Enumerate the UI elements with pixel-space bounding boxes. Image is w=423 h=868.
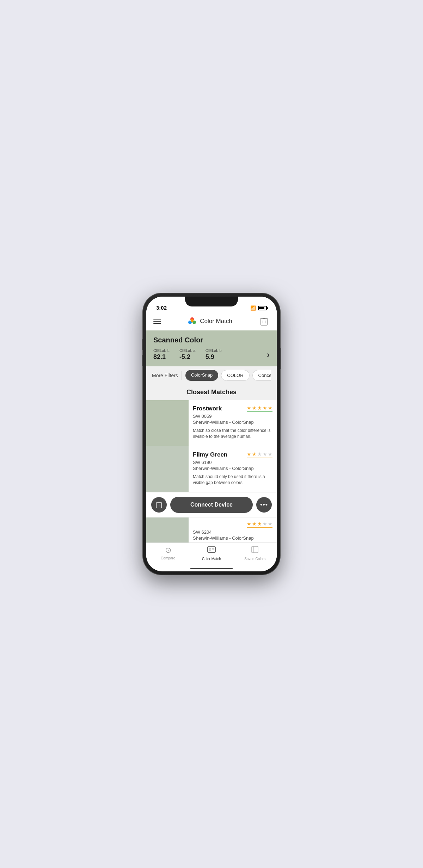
color-desc-frostwork: Match so close that the color difference… (193, 428, 272, 440)
app-header: Color Match (146, 312, 277, 330)
color-swatch-partial (146, 517, 189, 542)
app-title: Color Match (200, 318, 232, 325)
color-matches-list: Frostwork ★ ★ ★ ★ ★ SW 0059 (146, 400, 277, 542)
tab-bar: ⊙ Compare Color Match (146, 542, 277, 568)
card-info-filmy-green: Filmy Green ★ ★ ★ ★ ★ SW 619 (189, 446, 277, 492)
color-brand-frostwork: Sherwin-Williams - ColorSnap (193, 420, 272, 425)
star-2: ★ (252, 405, 257, 411)
connect-overlay: Connect Device ••• (146, 492, 277, 517)
lab-l-value: 82.1 (153, 353, 170, 361)
star-4: ★ (263, 451, 267, 457)
status-time: 3:02 (156, 305, 167, 311)
saved-colors-tab-icon (251, 546, 259, 553)
stars-filmy-green: ★ ★ ★ ★ ★ (247, 451, 272, 457)
card-header-frostwork: Frostwork ★ ★ ★ ★ ★ (193, 405, 272, 412)
status-icons: 📶 (250, 305, 267, 311)
lab-a-label: CIELab a (179, 348, 196, 353)
compare-icon: ⊙ (165, 546, 171, 555)
star-3: ★ (257, 521, 262, 527)
svg-rect-4 (261, 319, 267, 325)
star-5: ★ (268, 405, 272, 411)
card-header-filmy-green: Filmy Green ★ ★ ★ ★ ★ (193, 451, 272, 458)
svg-rect-10 (208, 547, 215, 552)
star-1: ★ (247, 451, 251, 457)
svg-rect-11 (209, 548, 211, 550)
notch (185, 297, 238, 306)
star-rating-frostwork: ★ ★ ★ ★ ★ (247, 405, 272, 412)
color-name-frostwork: Frostwork (193, 405, 222, 412)
star-2: ★ (252, 451, 257, 457)
star-3: ★ (257, 405, 262, 411)
connect-device-button[interactable]: Connect Device (170, 497, 253, 513)
partial-color-code: SW 6204 (193, 529, 272, 535)
filter-chip-color[interactable]: COLOR (221, 370, 249, 381)
lab-l-label: CIELab L (153, 348, 170, 353)
color-card-frostwork[interactable]: Frostwork ★ ★ ★ ★ ★ SW 0059 (146, 400, 277, 446)
filter-chips: ColorSnap COLOR Concepts (185, 370, 271, 381)
home-indicator (190, 568, 233, 569)
partial-color-brand: Sherwin-Williams - ColorSnap (193, 535, 272, 541)
more-filters-button[interactable]: More Filters (152, 373, 178, 378)
stars-partial: ★ ★ ★ ★ ★ (247, 521, 272, 527)
scanned-values: CIELab L 82.1 CIELab a -5.2 CIELab b 5.9… (153, 348, 270, 361)
color-card-partial[interactable]: ★ ★ ★ ★ ★ SW 6204 Sherwin-Williams - Col… (146, 517, 277, 542)
star-rating-filmy-green: ★ ★ ★ ★ ★ (247, 451, 272, 458)
tab-color-match[interactable]: Color Match (190, 546, 233, 561)
tab-saved-colors[interactable]: Saved Colors (233, 546, 277, 561)
color-card-filmy-green[interactable]: Filmy Green ★ ★ ★ ★ ★ SW 619 (146, 446, 277, 492)
color-desc-filmy-green: Match should only be used if there is a … (193, 474, 272, 486)
metric-lab-b: CIELab b 5.9 (206, 348, 222, 361)
trash-icon (260, 317, 268, 326)
color-brand-filmy-green: Sherwin-Williams - ColorSnap (193, 466, 272, 471)
tab-color-match-label: Color Match (202, 557, 221, 561)
saved-colors-icon (251, 546, 259, 556)
hamburger-icon[interactable] (153, 319, 161, 324)
tab-compare[interactable]: ⊙ Compare (146, 546, 190, 561)
trash-circle-icon (155, 501, 163, 509)
filter-chip-concepts[interactable]: Concepts (252, 370, 271, 381)
svg-rect-7 (156, 503, 161, 508)
svg-rect-12 (212, 548, 214, 550)
svg-rect-14 (252, 546, 258, 553)
tab-saved-colors-label: Saved Colors (244, 557, 265, 561)
metric-lab-l: CIELab L 82.1 (153, 348, 170, 361)
color-swatch-filmy-green (146, 446, 189, 492)
scanned-chevron-icon[interactable]: › (267, 350, 270, 360)
filter-chip-colorsnap[interactable]: ColorSnap (185, 370, 218, 381)
color-match-icon (207, 546, 216, 556)
color-name-filmy-green: Filmy Green (193, 451, 227, 458)
partial-header: ★ ★ ★ ★ ★ (193, 521, 272, 528)
partial-card-info: ★ ★ ★ ★ ★ SW 6204 Sherwin-Williams - Col… (189, 517, 277, 542)
star-4: ★ (263, 405, 267, 411)
star-1: ★ (247, 521, 251, 527)
trash-circle-button[interactable] (151, 497, 167, 513)
star-rating-partial: ★ ★ ★ ★ ★ (247, 521, 272, 528)
filter-divider (182, 371, 182, 380)
app-logo: Color Match (187, 316, 232, 326)
filter-bar: More Filters ColorSnap COLOR Concepts (146, 366, 277, 384)
svg-rect-13 (209, 550, 211, 551)
star-5: ★ (268, 451, 272, 457)
more-options-icon: ••• (260, 501, 268, 509)
scanned-metrics: CIELab L 82.1 CIELab a -5.2 CIELab b 5.9 (153, 348, 222, 361)
lab-b-value: 5.9 (206, 353, 222, 361)
svg-point-3 (191, 319, 194, 322)
trash-button[interactable] (258, 315, 270, 328)
scanned-color-section: Scanned Color CIELab L 82.1 CIELab a -5.… (146, 330, 277, 366)
more-options-button[interactable]: ••• (256, 497, 272, 513)
star-4: ★ (263, 521, 267, 527)
battery-icon (258, 306, 267, 310)
lab-b-label: CIELab b (206, 348, 222, 353)
closest-matches-heading: Closest Matches (146, 384, 277, 400)
wifi-icon: 📶 (250, 305, 256, 311)
scanned-color-title: Scanned Color (153, 336, 270, 344)
star-1: ★ (247, 405, 251, 411)
star-3: ★ (257, 451, 262, 457)
star-5: ★ (268, 521, 272, 527)
card-info-frostwork: Frostwork ★ ★ ★ ★ ★ SW 0059 (189, 400, 277, 446)
tab-compare-label: Compare (161, 556, 175, 560)
stars-frostwork: ★ ★ ★ ★ ★ (247, 405, 272, 411)
metric-lab-a: CIELab a -5.2 (179, 348, 196, 361)
star-2: ★ (252, 521, 257, 527)
logo-flower-icon (187, 316, 197, 326)
